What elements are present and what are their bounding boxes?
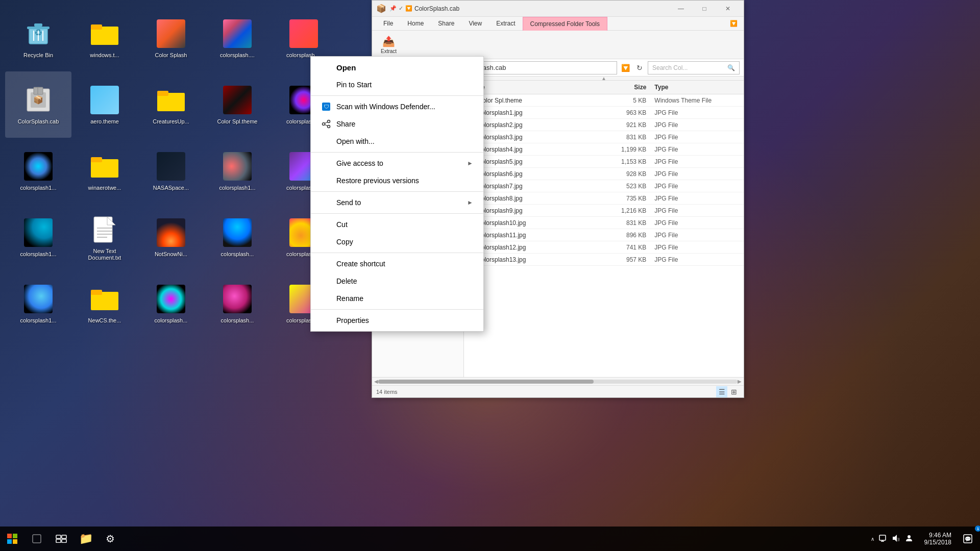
settings-taskbar-button[interactable]: ⚙ (98, 527, 122, 551)
list-view-button[interactable]: ☰ (716, 386, 727, 397)
desktop-icon-colorsplash1-2[interactable]: colorsplash1... (204, 138, 271, 204)
table-row[interactable]: 🖼️ colorsplash4.jpg 1,199 KB JPG File (464, 143, 744, 156)
hscroll-left-icon[interactable]: ◀ (374, 379, 378, 384)
table-row[interactable]: 🎨 Color Spl.theme 5 KB Windows Theme Fil… (464, 94, 744, 107)
copy-label: Copy (336, 238, 473, 246)
tab-compressed-folder-tools[interactable]: Compressed Folder Tools (523, 17, 608, 31)
desktop-icon-windows-t[interactable]: windows.t... (71, 5, 138, 71)
horizontal-scrollbar[interactable]: ◀ ▶ (372, 377, 744, 385)
file-name-text: colorsplash2.jpg (478, 121, 523, 129)
file-name-text: colorsplash9.jpg (478, 207, 523, 214)
context-menu-properties[interactable]: Properties (311, 312, 483, 329)
table-row[interactable]: 🖼️ colorsplash11.jpg 896 KB JPG File (464, 229, 744, 241)
search-placeholder: Search Col... (652, 64, 688, 71)
hscroll-thumb[interactable] (378, 380, 594, 384)
table-row[interactable]: 🖼️ colorsplash5.jpg 1,153 KB JPG File (464, 156, 744, 168)
item-count: 14 items (376, 389, 398, 395)
maximize-button[interactable]: □ (693, 1, 716, 17)
desktop-icon-creatures[interactable]: CreaturesUp... (138, 71, 204, 138)
address-dropdown-button[interactable]: 🔽 (619, 62, 631, 74)
table-row[interactable]: 🖼️ colorsplash3.jpg 831 KB JPG File (464, 131, 744, 143)
people-tray-icon[interactable] (904, 533, 914, 545)
system-clock[interactable]: 9:46 AM 9/15/2018 (920, 532, 955, 546)
desktop-icon-colorsplash-cab[interactable]: 📦 ColorSplash.cab (5, 71, 71, 138)
context-menu-share[interactable]: Share (311, 115, 483, 133)
table-row[interactable]: 🖼️ colorsplash7.jpg 523 KB JPG File (464, 180, 744, 192)
file-name-text: colorsplash12.jpg (478, 244, 526, 251)
context-menu-cut[interactable]: Cut (311, 216, 483, 233)
new-text-label: New Text Document.txt (77, 248, 133, 261)
file-name-cell: 🖼️ colorsplash4.jpg (468, 145, 600, 153)
desktop-icon-newcs-theme[interactable]: NewCS.the... (71, 270, 138, 337)
ribbon-collapse-icon[interactable]: 🔽 (730, 20, 738, 27)
details-view-button[interactable]: ⊞ (728, 386, 740, 397)
desktop-icon-color-splash[interactable]: Color Splash (138, 5, 204, 71)
desktop-icon-colorsplash-9[interactable]: colorsplash... (138, 270, 204, 337)
context-menu-open[interactable]: Open (311, 59, 483, 76)
table-row[interactable]: 🖼️ colorsplash8.jpg 735 KB JPG File (464, 192, 744, 205)
notification-button[interactable]: 💬 1 (955, 527, 980, 551)
context-menu-restore-prev[interactable]: Restore previous versions (311, 172, 483, 189)
creatures-label: CreaturesUp... (153, 118, 189, 125)
hscroll-right-icon[interactable]: ▶ (738, 379, 742, 384)
col-header-size[interactable]: Size (604, 81, 650, 94)
desktop-icon-new-text[interactable]: New Text Document.txt (71, 204, 138, 270)
context-menu-create-shortcut[interactable]: Create shortcut (311, 255, 483, 272)
context-menu-scan-defender[interactable]: 🛡 Scan with Windows Defender... (311, 98, 483, 115)
search-button[interactable] (24, 527, 49, 551)
desktop-icon-notsnowni[interactable]: NotSnowNi... (138, 204, 204, 270)
desktop-icon-colorsplash1-4[interactable]: colorsplash1... (5, 270, 71, 337)
task-view-button[interactable] (49, 527, 74, 551)
table-row[interactable]: 🖼️ colorsplash2.jpg 921 KB JPG File (464, 119, 744, 131)
desktop-icon-colorsplash1[interactable]: colorsplash1... (5, 138, 71, 204)
colorsplash1-icon (22, 150, 55, 183)
context-menu-rename[interactable]: Rename (311, 290, 483, 307)
file-size-cell: 831 KB (604, 131, 650, 143)
tab-home[interactable]: Home (400, 17, 431, 30)
context-menu-send-to[interactable]: Send to ► (311, 194, 483, 211)
table-row[interactable]: 🖼️ colorsplash10.jpg 831 KB JPG File (464, 217, 744, 229)
refresh-address-button[interactable]: ↻ (633, 62, 646, 74)
start-button[interactable] (0, 527, 24, 551)
col-header-name[interactable]: Name (464, 81, 604, 94)
close-button[interactable]: ✕ (716, 1, 740, 17)
table-row[interactable]: 🖼️ colorsplash13.jpg 957 KB JPG File (464, 254, 744, 266)
table-row[interactable]: 🖼️ colorsplash12.jpg 741 KB JPG File (464, 241, 744, 254)
aero-icon (88, 84, 121, 116)
desktop-icon-winaerotwe[interactable]: winaerotwe... (71, 138, 138, 204)
desktop-icon-colorsplash-7[interactable]: colorsplash... (204, 204, 271, 270)
file-explorer-taskbar-button[interactable]: 📁 (74, 527, 98, 551)
table-row[interactable]: 🖼️ colorsplash1.jpg 963 KB JPG File (464, 107, 744, 119)
tray-expand-button[interactable]: ∧ (871, 536, 874, 542)
search-box[interactable]: Search Col... 🔍 (648, 61, 740, 74)
minimize-button[interactable]: — (669, 1, 693, 17)
desktop-icon-colorsplash-3[interactable]: colorsplash.... (204, 5, 271, 71)
table-row[interactable]: 🖼️ colorsplash9.jpg 1,216 KB JPG File (464, 205, 744, 217)
tab-file[interactable]: File (376, 17, 400, 30)
desktop-icon-colorsplash-10[interactable]: colorsplash... (204, 270, 271, 337)
col-header-type[interactable]: Type (650, 81, 744, 94)
svg-rect-8 (91, 24, 102, 30)
desktop-icon-aero[interactable]: aero.theme (71, 71, 138, 138)
restore-icon (321, 176, 331, 186)
context-menu-delete[interactable]: Delete (311, 272, 483, 290)
desktop-icon-nasaspace[interactable]: NASASpace... (138, 138, 204, 204)
tab-share[interactable]: Share (431, 17, 461, 30)
send-to-arrow-icon: ► (467, 199, 473, 206)
desktop-icon-color-spl-theme[interactable]: Color Spl.theme (204, 71, 271, 138)
file-size-cell: 735 KB (604, 192, 650, 205)
context-menu-pin-to-start[interactable]: Pin to Start (311, 76, 483, 93)
volume-tray-icon[interactable]: ))) (891, 533, 901, 545)
network-tray-icon[interactable] (877, 533, 888, 545)
table-row[interactable]: 🖼️ colorsplash6.jpg 928 KB JPG File (464, 168, 744, 180)
svg-text:🛡: 🛡 (324, 104, 329, 110)
tab-extract[interactable]: Extract (489, 17, 522, 30)
tab-view[interactable]: View (461, 17, 489, 30)
desktop-icon-recycle-bin[interactable]: ♻ Recycle Bin (5, 5, 71, 71)
context-menu-open-with[interactable]: Open with... (311, 133, 483, 150)
context-menu-copy[interactable]: Copy (311, 233, 483, 251)
ribbon-extract-button[interactable]: 📤 Extract (376, 33, 401, 57)
context-menu-give-access[interactable]: Give access to ► (311, 155, 483, 172)
file-type-cell: JPG File (650, 156, 744, 168)
desktop-icon-colorsplash1-3[interactable]: colorsplash1... (5, 204, 71, 270)
